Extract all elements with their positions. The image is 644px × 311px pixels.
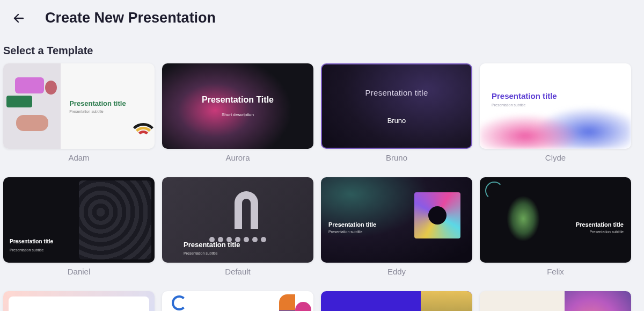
template-name: Eddy bbox=[387, 267, 406, 276]
template-name: Clyde bbox=[545, 153, 566, 162]
template-grid: Presentation title Presentation subtitle… bbox=[0, 63, 644, 311]
template-thumb: Presentation title Presentation subtitle bbox=[480, 63, 631, 149]
template-card-clyde[interactable]: Presentation title Presentation subtitle… bbox=[480, 63, 631, 162]
template-name: Felix bbox=[547, 267, 564, 276]
arrow-left-icon bbox=[12, 12, 25, 25]
thumb-subtitle: Presentation subtitle bbox=[10, 248, 43, 252]
template-thumb: Presentation title Presentation subtitle bbox=[3, 177, 155, 263]
template-name: Daniel bbox=[68, 267, 91, 276]
thumb-title: Presentation Title bbox=[202, 95, 274, 105]
template-thumb: Presentation title Presentation subtitle bbox=[321, 177, 472, 263]
template-card-partial-4[interactable] bbox=[480, 291, 631, 311]
template-thumb: Presentation title Presentation subtitle bbox=[162, 177, 313, 263]
template-card-aurora[interactable]: Presentation Title Short description Aur… bbox=[162, 63, 313, 162]
thumb-subtitle: Presentation subtitle bbox=[69, 110, 155, 113]
thumb-subtitle: Presentation subtitle bbox=[184, 251, 217, 255]
template-card-partial-2[interactable] bbox=[162, 291, 313, 311]
section-title: Select a Template bbox=[0, 26, 644, 63]
thumb-subtitle: Presentation subtitle bbox=[328, 230, 362, 234]
template-thumb bbox=[480, 291, 631, 311]
template-thumb: Presentation Title Short description bbox=[162, 63, 313, 149]
template-thumb bbox=[3, 291, 155, 311]
template-name: Default bbox=[225, 267, 251, 276]
template-thumb bbox=[321, 291, 472, 311]
template-card-eddy[interactable]: Presentation title Presentation subtitle… bbox=[321, 177, 472, 276]
template-thumb: Presentation title Bruno bbox=[321, 63, 472, 149]
template-card-bruno[interactable]: Presentation title Bruno Bruno bbox=[321, 63, 472, 162]
template-card-adam[interactable]: Presentation title Presentation subtitle… bbox=[3, 63, 155, 162]
thumb-subtitle: Bruno bbox=[387, 117, 406, 125]
template-name: Adam bbox=[68, 153, 89, 162]
template-thumb: Presentation title Presentation subtitle bbox=[480, 177, 631, 263]
thumb-title: Presentation title bbox=[69, 99, 155, 107]
thumb-subtitle: Short description bbox=[222, 112, 254, 117]
page-header: Create New Presentation bbox=[0, 0, 644, 26]
template-card-felix[interactable]: Presentation title Presentation subtitle… bbox=[480, 177, 631, 276]
back-button[interactable] bbox=[12, 11, 26, 25]
thumb-title: Presentation title bbox=[10, 238, 53, 244]
template-name: Aurora bbox=[225, 153, 250, 162]
template-card-default[interactable]: Presentation title Presentation subtitle… bbox=[162, 177, 313, 276]
thumb-subtitle: Presentation subtitle bbox=[590, 230, 624, 234]
thumb-title: Presentation title bbox=[184, 241, 240, 249]
page-title: Create New Presentation bbox=[45, 10, 216, 26]
thumb-title: Presentation title bbox=[365, 88, 428, 97]
thumb-title: Presentation title bbox=[492, 91, 557, 100]
template-name: Bruno bbox=[386, 153, 407, 162]
thumb-title: Presentation title bbox=[576, 221, 624, 228]
template-card-partial-3[interactable] bbox=[321, 291, 472, 311]
template-card-partial-1[interactable] bbox=[3, 291, 155, 311]
template-thumb: Presentation title Presentation subtitle bbox=[3, 63, 155, 149]
thumb-title: Presentation title bbox=[328, 221, 376, 228]
template-thumb bbox=[162, 291, 313, 311]
thumb-subtitle: Presentation subtitle bbox=[492, 103, 525, 107]
template-card-daniel[interactable]: Presentation title Presentation subtitle… bbox=[3, 177, 155, 276]
